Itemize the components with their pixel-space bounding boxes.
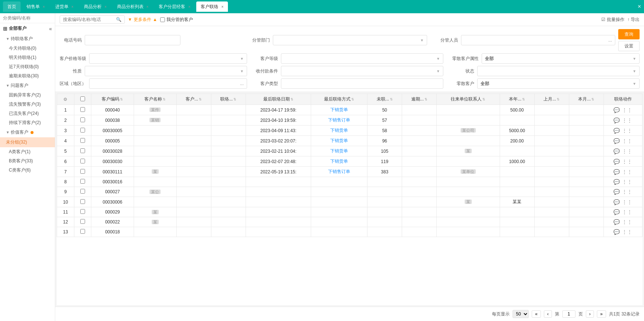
manager-select[interactable]: ... (461, 35, 615, 45)
select-all-checkbox[interactable] (80, 96, 85, 101)
col-this-month[interactable]: 本月...⇅ (569, 94, 603, 105)
col-settings[interactable]: ⚙ (57, 94, 74, 105)
col-last-month[interactable]: 上月...⇅ (534, 94, 569, 105)
col-last-date[interactable]: 最后联络日期⇅ (246, 94, 311, 105)
more-icon[interactable]: ⋮⋮ (622, 138, 632, 144)
row-last-method[interactable]: 下销售订单 (311, 167, 367, 177)
row-last-method[interactable]: 下销货单 (311, 156, 367, 167)
col-code[interactable]: 客户编码⇅ (91, 94, 134, 105)
more-icon[interactable]: ⋮⋮ (622, 148, 632, 154)
region-select[interactable]: ... (89, 78, 247, 89)
row-checkbox[interactable] (74, 156, 91, 167)
row-last-method[interactable]: 下销货单 (311, 146, 367, 156)
dept-select[interactable]: ▼ (273, 35, 427, 45)
price-level-select[interactable]: ▼ (89, 53, 247, 64)
page-input[interactable] (562, 310, 576, 318)
sidebar-item-today[interactable]: 今天待联络(0) (0, 44, 55, 53)
more-icon[interactable]: ⋮⋮ (622, 179, 632, 185)
tab-analysis[interactable]: 商品分析 × (80, 1, 111, 12)
col-type[interactable]: 客户...⇅ (176, 94, 211, 105)
row-checkbox[interactable] (74, 187, 91, 197)
sidebar-problem-customers-header[interactable]: ▼ 问题客户 (0, 81, 55, 91)
row-checkbox[interactable] (74, 207, 91, 217)
prev-page-button[interactable]: ‹ (544, 310, 552, 318)
search-button[interactable]: 查询 (618, 29, 640, 39)
sidebar-item-declining[interactable]: 持续下滑客户(2) (0, 118, 55, 127)
next-page-button[interactable]: › (586, 310, 594, 318)
reset-button[interactable]: 设置 (618, 41, 640, 51)
sidebar-search-input[interactable] (3, 15, 55, 21)
tab-home[interactable]: 首页 (3, 1, 21, 12)
settings-icon[interactable]: ⚙ (63, 97, 67, 102)
sidebar-value-customers-header[interactable]: ▼ 价值客户 (0, 127, 55, 137)
sidebar-item-c-class[interactable]: C类客户(6) (0, 166, 55, 175)
col-no-contact[interactable]: 未联...⇅ (367, 94, 402, 105)
tab-analysis-close[interactable]: × (105, 5, 107, 9)
col-last-method[interactable]: 最后联络方式⇅ (311, 94, 367, 105)
status-select[interactable]: ▼ (477, 66, 640, 76)
more-icon[interactable]: ⋮⋮ (622, 159, 632, 165)
more-icon[interactable]: ⋮⋮ (622, 209, 632, 215)
my-customers-checkbox[interactable] (160, 17, 165, 22)
row-checkbox[interactable] (74, 227, 91, 237)
contact-icon[interactable]: 💬 (613, 179, 620, 185)
more-icon[interactable]: ⋮⋮ (622, 117, 632, 123)
tab-customer-layer[interactable]: 客户分层经客 × (154, 1, 195, 12)
row-last-method[interactable]: 下销货单 (311, 126, 367, 136)
row-checkbox[interactable] (74, 197, 91, 207)
col-overdue[interactable]: 逾期...⇅ (402, 94, 437, 105)
customer-level-select[interactable]: ▼ (281, 53, 443, 64)
col-unit-contact[interactable]: 往来单位联系人⇅ (437, 94, 500, 105)
row-checkbox[interactable] (74, 167, 91, 177)
filter-more-button[interactable]: ▼ 更多条件 ▲ (128, 17, 157, 23)
tab-customer-contact-close[interactable]: × (221, 5, 224, 9)
contact-icon[interactable]: 💬 (613, 117, 620, 123)
contact-icon[interactable]: 💬 (613, 107, 620, 113)
my-customers-checkbox-label[interactable]: 我分管的客户 (160, 17, 193, 23)
last-page-button[interactable]: » (597, 310, 606, 318)
contact-icon[interactable]: 💬 (613, 159, 620, 165)
col-this-year[interactable]: 本年...⇅ (500, 94, 534, 105)
row-checkbox[interactable] (74, 177, 91, 187)
sidebar-pending-contact-header[interactable]: ▼ 待联络客户 (0, 34, 55, 44)
contact-icon[interactable]: 💬 (613, 219, 620, 225)
more-icon[interactable]: ⋮⋮ (622, 107, 632, 113)
contact-icon[interactable]: 💬 (613, 169, 620, 175)
tab-sales[interactable]: 销售单 × (22, 1, 49, 12)
row-last-method[interactable]: 下销货单 (311, 136, 367, 146)
gender-select[interactable]: ▼ (85, 66, 247, 76)
row-last-method[interactable] (311, 207, 367, 217)
retail-attr-select[interactable]: 全部 ▼ (482, 53, 640, 64)
per-page-select[interactable]: 50 (513, 310, 529, 318)
contact-icon[interactable]: 💬 (613, 148, 620, 154)
sidebar-item-ungroup[interactable]: 未分组(32) (0, 137, 55, 147)
first-page-button[interactable]: « (532, 310, 541, 318)
retail-customer-select[interactable]: 全部 ▼ (477, 78, 640, 89)
row-last-method[interactable] (311, 217, 367, 227)
search-box[interactable]: 🔍 (60, 15, 125, 24)
payment-select[interactable]: ▼ (281, 66, 443, 76)
tab-analysis-list[interactable]: 商品分析列表 × (113, 1, 153, 12)
col-checkbox[interactable] (74, 94, 91, 105)
sidebar-item-abnormal[interactable]: 固购异常客户(2) (0, 91, 55, 100)
contact-icon[interactable]: 💬 (613, 209, 620, 215)
row-checkbox[interactable] (74, 105, 91, 115)
customer-type-select[interactable] (281, 78, 443, 89)
more-icon[interactable]: ⋮⋮ (622, 199, 632, 205)
dots-icon2[interactable]: ... (240, 81, 244, 86)
more-icon[interactable]: ⋮⋮ (622, 169, 632, 175)
tab-purchase[interactable]: 进货单 × (51, 1, 78, 12)
contact-icon[interactable]: 💬 (613, 199, 620, 205)
dots-icon[interactable]: ... (608, 38, 612, 43)
contact-icon[interactable]: 💬 (613, 138, 620, 144)
col-contact[interactable]: 联络...⇅ (211, 94, 246, 105)
row-checkbox[interactable] (74, 217, 91, 227)
search-input[interactable] (63, 17, 115, 22)
tab-purchase-close[interactable]: × (71, 5, 74, 9)
contact-icon[interactable]: 💬 (613, 229, 620, 235)
more-icon[interactable]: ⋮⋮ (622, 128, 632, 134)
row-checkbox[interactable] (74, 115, 91, 126)
sidebar-item-7days[interactable]: 近7天待联络(0) (0, 62, 55, 71)
contact-icon[interactable]: 💬 (613, 189, 620, 195)
row-checkbox[interactable] (74, 136, 91, 146)
